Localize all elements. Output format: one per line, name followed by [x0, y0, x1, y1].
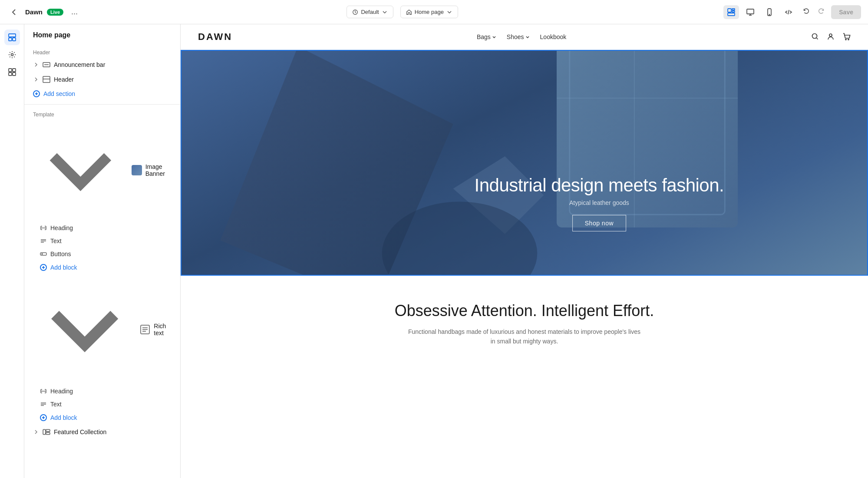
text-1-label: Text: [50, 237, 62, 244]
svg-rect-9: [9, 38, 12, 41]
plus-circle-icon: [33, 90, 40, 97]
select-view-button[interactable]: [723, 5, 739, 19]
topbar-center: Default Home page: [347, 6, 458, 18]
template-section-label: Template: [24, 108, 180, 119]
add-section-header-button[interactable]: Add section: [24, 87, 180, 101]
sidebar-item-text-1[interactable]: Text: [24, 234, 180, 247]
nav-link-lookbook[interactable]: Lookbook: [540, 33, 567, 40]
divider-1: [24, 104, 180, 105]
hero-svg-art: [182, 51, 867, 275]
chevron-right-icon-2: [33, 76, 39, 82]
hero-cta-button[interactable]: Shop now: [572, 215, 626, 231]
undo-redo-group: [800, 5, 828, 19]
store-logo: DAWN: [198, 31, 232, 43]
redo-button[interactable]: [815, 5, 828, 19]
sidebar-item-image-banner[interactable]: Image Banner: [24, 119, 180, 221]
svg-rect-14: [9, 73, 12, 76]
sidebar-item-text-2[interactable]: Text: [24, 398, 180, 411]
announcement-bar-icon: [43, 61, 50, 69]
homepage-dropdown[interactable]: Home page: [400, 6, 458, 18]
header-label: Header: [54, 76, 74, 83]
sidebar-item-buttons-1[interactable]: Buttons: [24, 247, 180, 260]
svg-rect-13: [13, 69, 16, 72]
add-block-1-label: Add block: [50, 264, 77, 271]
rich-text-section: Obsessive Attention. Intelligent Effort.…: [181, 276, 868, 373]
svg-rect-15: [13, 73, 16, 76]
rich-text-body: Functional handbags made of luxurious an…: [407, 327, 642, 346]
store-nav-icons: [811, 32, 851, 42]
announcement-bar-label: Announcement bar: [54, 61, 105, 68]
svg-rect-10: [13, 38, 16, 41]
account-button[interactable]: [826, 32, 835, 42]
sidebar-item-heading-2[interactable]: Heading: [24, 385, 180, 398]
svg-rect-2: [732, 9, 735, 10]
topbar-left: Dawn Live ...: [7, 5, 81, 19]
hero-background: Industrial design meets fashion. Atypica…: [182, 51, 867, 275]
hero-section: Industrial design meets fashion. Atypica…: [181, 50, 868, 276]
image-banner-label: Image Banner: [145, 163, 172, 177]
desktop-view-button[interactable]: [743, 5, 758, 19]
nav-apps-button[interactable]: [4, 64, 20, 80]
text-heading-icon-2: [40, 388, 47, 395]
add-block-1-button[interactable]: Add block: [24, 260, 180, 274]
svg-point-11: [11, 54, 13, 56]
save-button[interactable]: Save: [831, 5, 861, 19]
svg-rect-3: [732, 11, 735, 12]
header-icon: [43, 76, 50, 83]
chevron-right-icon: [33, 62, 39, 68]
featured-collection-label: Featured Collection: [54, 429, 106, 435]
image-banner-thumb: [132, 165, 142, 175]
buttons-icon: [40, 251, 47, 257]
add-block-2-button[interactable]: Add block: [24, 411, 180, 425]
sidebar-title: Home page: [24, 31, 180, 46]
svg-rect-28: [40, 253, 46, 255]
text-heading-icon-1: [40, 224, 47, 231]
nav-sections-button[interactable]: [4, 30, 20, 45]
store-nav-links: Bags Shoes Lookbook: [477, 33, 566, 40]
sidebar-item-featured-collection[interactable]: Featured Collection: [24, 425, 180, 439]
nav-link-bags[interactable]: Bags: [477, 33, 496, 40]
plus-circle-icon-3: [40, 414, 47, 421]
hero-content: Industrial design meets fashion. Atypica…: [475, 175, 724, 231]
chevron-right-icon-3: [33, 429, 39, 435]
sidebar-item-rich-text[interactable]: Rich text: [24, 274, 180, 385]
svg-rect-1: [728, 9, 731, 12]
cart-button[interactable]: [842, 32, 851, 42]
live-badge: Live: [47, 9, 63, 16]
text-icon-1: [40, 237, 47, 244]
icon-nav: [0, 24, 24, 478]
add-block-2-label: Add block: [50, 414, 77, 421]
search-button[interactable]: [811, 32, 819, 42]
default-dropdown[interactable]: Default: [347, 6, 393, 18]
hero-subtext: Atypical leather goods: [475, 199, 724, 206]
store-nav: DAWN Bags Shoes Lookbook: [181, 24, 868, 50]
mobile-view-button[interactable]: [762, 5, 777, 19]
rich-text-section-icon: [140, 324, 150, 335]
plus-circle-icon-2: [40, 264, 47, 271]
svg-rect-45: [46, 432, 50, 435]
hero-headline: Industrial design meets fashion.: [475, 175, 724, 196]
heading-2-label: Heading: [50, 388, 73, 395]
sidebar-item-announcement-bar[interactable]: Announcement bar: [24, 57, 180, 72]
nav-link-shoes[interactable]: Shoes: [507, 33, 530, 40]
more-options-button[interactable]: ...: [68, 6, 81, 18]
svg-rect-5: [747, 9, 754, 14]
back-button[interactable]: [7, 5, 21, 19]
sidebar: Home page Header Announcement bar Header…: [24, 24, 181, 478]
svg-rect-4: [728, 13, 735, 16]
svg-rect-43: [43, 429, 46, 434]
undo-button[interactable]: [800, 5, 813, 19]
chevron-down-shoes-icon: [525, 35, 530, 39]
topbar-right: Save: [723, 5, 861, 19]
nav-settings-button[interactable]: [4, 47, 20, 63]
sidebar-item-heading-1[interactable]: Heading: [24, 221, 180, 234]
sidebar-item-header[interactable]: Header: [24, 72, 180, 87]
heading-1-label: Heading: [50, 224, 73, 231]
chevron-down-icon: [33, 123, 128, 218]
default-label: Default: [361, 9, 379, 15]
code-view-button[interactable]: [781, 5, 796, 19]
chevron-down-icon-2: [33, 278, 136, 381]
main-preview: DAWN Bags Shoes Lookbook: [181, 24, 868, 478]
chevron-down-bags-icon: [492, 35, 496, 39]
store-name: Dawn: [25, 8, 43, 16]
